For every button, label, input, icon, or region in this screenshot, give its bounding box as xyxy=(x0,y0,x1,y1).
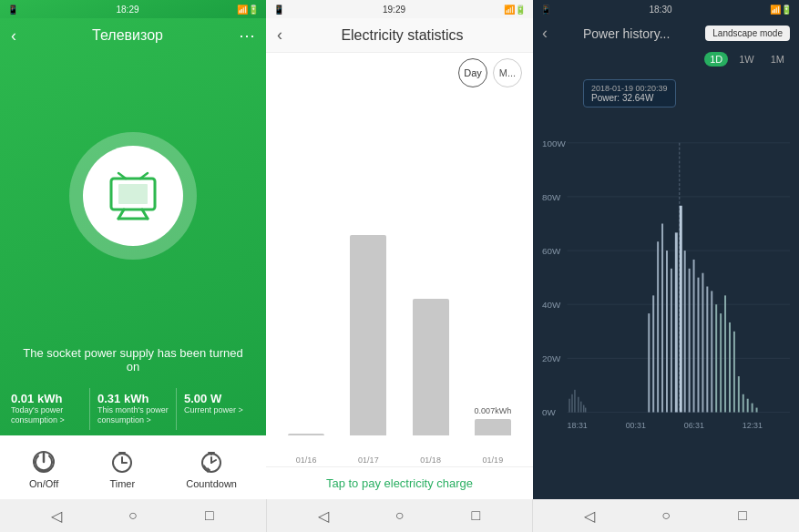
day-tab-day[interactable]: Day xyxy=(458,58,487,87)
stat-month-value: 0.31 kWh xyxy=(97,392,169,405)
chart-x-labels: 01/16 01/17 01/18 01/19 xyxy=(275,454,524,466)
panel3-header: ‹ Power history... Landscape mode xyxy=(533,18,799,48)
panel2-title: Electricity statistics xyxy=(282,27,522,44)
panel2-footer[interactable]: Tap to pay electricity charge xyxy=(266,466,533,499)
bar-0117-bar xyxy=(350,235,386,435)
status-bar-panel3: 📱 18:30 📶🔋 xyxy=(533,0,799,18)
bar-0118 xyxy=(400,295,462,435)
svg-rect-48 xyxy=(724,295,726,412)
svg-rect-49 xyxy=(729,322,731,413)
stat-today-value: 0.01 kWh xyxy=(11,392,82,405)
nav-home-3[interactable]: ○ xyxy=(653,503,679,528)
svg-rect-41 xyxy=(693,260,695,413)
svg-rect-54 xyxy=(752,404,753,413)
panel2-header: ‹ Electricity statistics xyxy=(266,18,533,53)
svg-rect-47 xyxy=(720,313,722,412)
stat-today-label: Today's powerconsumption > xyxy=(11,405,82,426)
nav-back-2[interactable]: ◁ xyxy=(311,503,336,528)
bar-0119-bar xyxy=(475,419,511,435)
svg-text:20W: 20W xyxy=(542,353,561,363)
nav-home-2[interactable]: ○ xyxy=(387,503,413,528)
svg-rect-42 xyxy=(698,278,700,413)
svg-rect-32 xyxy=(652,295,654,412)
bar-0118-bar xyxy=(413,299,449,435)
svg-rect-44 xyxy=(706,287,708,413)
bar-0117 xyxy=(337,231,399,435)
period-tab-1d[interactable]: 1D xyxy=(704,52,728,66)
svg-rect-36 xyxy=(671,269,672,413)
tooltip-time: 2018-01-19 00:20:39 xyxy=(591,84,668,93)
period-tab-1w[interactable]: 1W xyxy=(733,52,760,66)
day-tab-month[interactable]: M... xyxy=(493,58,522,87)
svg-rect-43 xyxy=(702,273,703,413)
nav-recent-1[interactable]: □ xyxy=(197,503,222,528)
svg-rect-45 xyxy=(711,291,712,412)
svg-rect-33 xyxy=(657,241,659,412)
power-history-panel: ‹ Power history... Landscape mode 1D 1W … xyxy=(533,18,799,499)
svg-text:00:31: 00:31 xyxy=(626,421,646,430)
period-tab-1m[interactable]: 1M xyxy=(765,52,790,66)
svg-rect-53 xyxy=(747,399,749,413)
more-menu-panel1[interactable]: ⋯ xyxy=(239,26,255,46)
landscape-mode-button[interactable]: Landscape mode xyxy=(705,26,790,41)
timer-button[interactable]: Timer xyxy=(109,449,135,489)
countdown-label: Countdown xyxy=(186,478,237,489)
x-label-0117: 01/17 xyxy=(337,455,399,465)
svg-rect-55 xyxy=(756,408,758,413)
status-bar-panel1: 📱 18:29 📶🔋 xyxy=(0,0,266,18)
status-time-panel1: 18:29 xyxy=(116,5,138,15)
bottom-navigation: ◁ ○ □ ◁ ○ □ ◁ ○ □ xyxy=(0,499,799,532)
status-icon-panel3: 📱 xyxy=(540,5,551,15)
x-label-0116: 01/16 xyxy=(275,455,337,465)
nav-back-1[interactable]: ◁ xyxy=(44,503,69,528)
timer-icon xyxy=(109,449,135,475)
tooltip-power: Power: 32.64W xyxy=(591,93,668,103)
svg-rect-56 xyxy=(569,399,570,413)
svg-rect-31 xyxy=(648,313,650,412)
period-tab-row: 1D 1W 1M xyxy=(533,48,799,70)
status-icons-panel1: 📶🔋 xyxy=(237,5,259,15)
stat-today[interactable]: 0.01 kWh Today's powerconsumption > xyxy=(4,388,90,430)
stat-current[interactable]: 5.00 W Current power > xyxy=(177,388,262,430)
svg-rect-38 xyxy=(680,206,682,413)
x-label-0118: 01/18 xyxy=(400,455,462,465)
bar-0116-bar xyxy=(288,434,324,435)
tv-circle-outer xyxy=(69,132,197,260)
svg-rect-60 xyxy=(580,402,581,413)
svg-text:06:31: 06:31 xyxy=(684,421,704,430)
nav-recent-3[interactable]: □ xyxy=(730,503,755,528)
panel1-stats: 0.01 kWh Today's powerconsumption > 0.31… xyxy=(0,381,266,435)
tv-circle-inner xyxy=(83,146,183,246)
svg-rect-35 xyxy=(666,251,668,412)
nav-section-2: ◁ ○ □ xyxy=(267,499,534,532)
svg-rect-40 xyxy=(689,269,691,413)
stat-month[interactable]: 0.31 kWh This month's powerconsumption > xyxy=(90,388,177,430)
onoff-button[interactable]: On/Off xyxy=(29,449,58,489)
svg-rect-39 xyxy=(684,251,686,412)
svg-rect-37 xyxy=(675,232,678,412)
panel1-title: Телевизор xyxy=(16,27,239,44)
svg-rect-34 xyxy=(661,224,663,413)
x-label-0119: 01/19 xyxy=(462,455,524,465)
nav-home-1[interactable]: ○ xyxy=(120,503,146,528)
status-icon-panel1: 📱 xyxy=(7,5,18,15)
nav-section-1: ◁ ○ □ xyxy=(0,499,267,532)
pay-electricity-link[interactable]: Tap to pay electricity charge xyxy=(326,476,473,490)
svg-rect-50 xyxy=(733,332,735,413)
svg-rect-51 xyxy=(738,376,740,412)
status-icons-panel2: 📶🔋 xyxy=(504,5,526,15)
status-time-panel3: 18:30 xyxy=(649,5,671,15)
panel1-header: ‹ Телевизор ⋯ xyxy=(0,18,266,53)
electricity-panel: ‹ Electricity statistics Day M... xyxy=(266,18,533,499)
status-icons-panel3: 📶🔋 xyxy=(770,5,792,15)
bar-chart: 0.007kWh xyxy=(275,199,524,454)
svg-rect-62 xyxy=(585,408,586,413)
nav-recent-2[interactable]: □ xyxy=(463,503,488,528)
svg-rect-59 xyxy=(578,397,579,413)
nav-back-3[interactable]: ◁ xyxy=(577,503,602,528)
tv-icon-area[interactable] xyxy=(0,53,266,339)
onoff-label: On/Off xyxy=(29,478,58,489)
stat-current-label: Current power > xyxy=(184,405,255,416)
countdown-button[interactable]: Countdown xyxy=(186,449,237,489)
panel3-title: Power history... xyxy=(548,26,705,41)
